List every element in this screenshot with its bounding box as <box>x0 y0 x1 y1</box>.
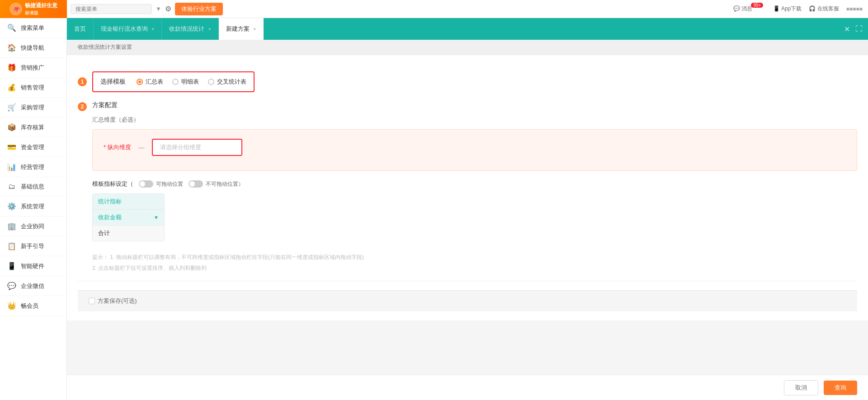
sidebar-item-search[interactable]: 🔍 搜索菜单 <box>0 18 66 38</box>
tab-bar-right: ✕ ⛶ <box>844 25 868 33</box>
tab-home[interactable]: 首页 <box>67 18 94 40</box>
save-option: 方案保存(可选) <box>78 290 857 311</box>
metrics-section: 模板指标设定（ 可拖动位置 不可拖动位置） <box>92 180 857 243</box>
draggable-toggle: 可拖动位置 <box>139 180 183 188</box>
app-name: 畅捷通好生意 标准版 <box>25 2 57 16</box>
main-layout: 🔍 搜索菜单 🏠 快捷导航 🎁 营销推广 💰 销售管理 🛒 采购管理 📦 库存核… <box>0 18 868 400</box>
sidebar-item-label: 新手引导 <box>21 242 44 250</box>
sidebar-item-operation[interactable]: 📊 经营管理 <box>0 157 66 177</box>
tab-collection[interactable]: 收款情况统计 × <box>162 18 218 40</box>
radio-summary[interactable]: 汇总表 <box>137 78 163 86</box>
sidebar-item-wechat[interactable]: 💬 企业微信 <box>0 276 66 296</box>
tab-bar: 首页 现金银行流水查询 × 收款情况统计 × 新建方案 × ✕ ⛶ <box>67 18 868 40</box>
sidebar: 🔍 搜索菜单 🏠 快捷导航 🎁 营销推广 💰 销售管理 🛒 采购管理 📦 库存核… <box>0 18 67 400</box>
sidebar-item-quick[interactable]: 🏠 快捷导航 <box>0 38 66 58</box>
arrow-icon: — <box>138 144 145 151</box>
tab-home-label: 首页 <box>74 25 86 33</box>
sidebar-item-label: 企业协同 <box>21 222 44 231</box>
sidebar-item-basic[interactable]: 🗂 基础信息 <box>0 177 66 197</box>
sidebar-item-guide[interactable]: 📋 新手引导 <box>0 236 66 256</box>
radio-detail[interactable]: 明细表 <box>172 78 199 86</box>
download-section[interactable]: 📱 App下载 <box>773 5 802 13</box>
non-draggable-switch[interactable] <box>189 180 203 188</box>
operation-icon: 📊 <box>7 163 16 171</box>
search-input[interactable] <box>71 4 152 14</box>
radio-dot-cross <box>208 79 214 85</box>
radio-dot-detail <box>172 79 179 85</box>
sidebar-item-marketing[interactable]: 🎁 营销推广 <box>0 58 66 78</box>
sidebar-item-label: 系统管理 <box>21 202 44 211</box>
metrics-table-header: 统计指标 <box>93 194 164 210</box>
content-area: 首页 现金银行流水查询 × 收款情况统计 × 新建方案 × ✕ ⛶ 收 <box>67 18 868 400</box>
tab-collection-close[interactable]: × <box>208 26 211 32</box>
radio-cross[interactable]: 交叉统计表 <box>208 78 246 86</box>
gift-icon: 🎁 <box>7 63 16 72</box>
sidebar-item-inventory[interactable]: 📦 库存核算 <box>0 118 66 137</box>
basic-icon: 🗂 <box>7 183 16 191</box>
industry-btn[interactable]: 体验行业方案 <box>175 3 223 15</box>
logo-icon: 🐙 <box>9 3 22 15</box>
tab-new-plan[interactable]: 新建方案 × <box>219 18 264 40</box>
message-section[interactable]: 💬 消息 99+ <box>733 5 766 13</box>
sidebar-item-corp[interactable]: 🏢 企业协同 <box>0 216 66 236</box>
hardware-icon: 📱 <box>7 262 16 270</box>
sidebar-item-label: 销售管理 <box>21 84 44 92</box>
wechat-icon: 💬 <box>7 282 16 290</box>
corp-icon: 🏢 <box>7 222 16 231</box>
tip1: 提示： 1. 拖动标题栏可以调整布局，不可跨维度或指标区域拖动栏目字段(只能在同… <box>92 252 857 263</box>
save-checkbox-item[interactable]: 方案保存(可选) <box>89 297 137 305</box>
message-badge: 99+ <box>751 3 763 8</box>
search-icon: 🔍 <box>7 24 16 32</box>
tab-new-plan-close[interactable]: × <box>253 26 256 32</box>
query-button[interactable]: 查询 <box>824 381 857 395</box>
guide-icon: 📋 <box>7 242 16 250</box>
gear-icon[interactable]: ⚙ <box>165 5 171 13</box>
template-radio-group: 汇总表 明细表 交叉统计表 <box>137 78 246 86</box>
draggable-switch[interactable] <box>139 180 153 188</box>
sidebar-item-system[interactable]: ⚙️ 系统管理 <box>0 197 66 216</box>
sidebar-item-capital[interactable]: 💳 资金管理 <box>0 137 66 157</box>
dimension-row: * 纵向维度 — 请选择分组维度 <box>104 139 846 156</box>
non-draggable-toggle: 不可拖动位置） <box>189 180 244 188</box>
cancel-button[interactable]: 取消 <box>784 380 818 395</box>
dimension-label: 汇总维度（必选） <box>92 116 857 124</box>
close-window-icon[interactable]: ✕ <box>844 25 850 33</box>
user-name: ■■■■■ <box>846 6 863 12</box>
sidebar-item-label: 经营管理 <box>21 163 44 171</box>
step2-title: 方案配置 <box>92 101 118 108</box>
member-icon: 👑 <box>7 301 16 310</box>
tab-bank[interactable]: 现金银行流水查询 × <box>94 18 162 40</box>
dropdown-icon[interactable]: ▼ <box>156 5 161 12</box>
tips-section: 提示： 1. 拖动标题栏可以调整布局，不可跨维度或指标区域拖动栏目字段(只能在同… <box>92 252 857 273</box>
dropdown-arrow-icon: ▼ <box>154 215 159 220</box>
form-panel: 1 选择模板 汇总表 明细表 <box>67 55 868 320</box>
page-content: 收款情况统计方案设置 1 选择模板 汇总表 <box>67 40 868 400</box>
radio-dot-summary <box>137 79 143 85</box>
sidebar-item-hardware[interactable]: 📱 智能硬件 <box>0 256 66 276</box>
sidebar-item-label: 快捷导航 <box>21 44 44 52</box>
sidebar-item-label: 畅会员 <box>21 302 38 310</box>
sidebar-item-sales[interactable]: 💰 销售管理 <box>0 78 66 98</box>
sidebar-item-label: 库存核算 <box>21 123 44 132</box>
inventory-icon: 📦 <box>7 123 16 132</box>
header-left: ▼ ⚙ 体验行业方案 <box>71 3 730 15</box>
sidebar-item-label: 采购管理 <box>21 104 44 112</box>
sidebar-item-purchase[interactable]: 🛒 采购管理 <box>0 98 66 118</box>
service-section[interactable]: 🎧 在线客服 <box>809 5 839 13</box>
bottom-bar: 取消 查询 <box>67 375 868 400</box>
vertical-label: * 纵向维度 <box>104 143 131 151</box>
sidebar-item-member[interactable]: 👑 畅会员 <box>0 296 66 316</box>
app-logo: 🐙 畅捷通好生意 标准版 <box>0 0 67 18</box>
maximize-icon[interactable]: ⛶ <box>855 25 863 33</box>
dimension-select[interactable]: 请选择分组维度 <box>152 139 242 156</box>
tab-bank-close[interactable]: × <box>151 26 154 32</box>
metrics-col1-header[interactable]: 收款金额 ▼ <box>93 210 164 226</box>
tab-new-plan-label: 新建方案 <box>226 25 250 33</box>
save-checkbox[interactable] <box>89 298 95 304</box>
home-icon: 🏠 <box>7 43 16 52</box>
sidebar-item-label: 智能硬件 <box>21 262 44 270</box>
step1-num: 1 <box>78 77 87 86</box>
sidebar-item-label: 资金管理 <box>21 143 44 151</box>
tip2: 2. 点击标题栏下拉可设置排序、插入列和删除列 <box>92 263 857 273</box>
sidebar-item-label: 营销推广 <box>21 64 44 72</box>
